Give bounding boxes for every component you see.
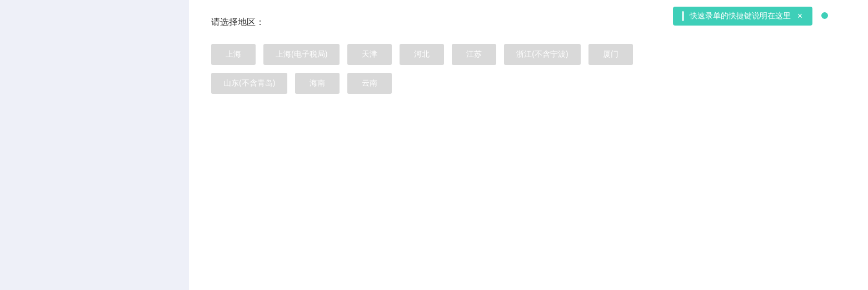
region-button[interactable]: 厦门 (588, 44, 633, 65)
region-button[interactable]: 上海 (211, 44, 256, 65)
tooltip-bar (682, 11, 684, 21)
region-button[interactable]: 山东(不含青岛) (211, 73, 287, 94)
tooltip-close-button[interactable]: × (796, 12, 804, 21)
sidebar (0, 0, 189, 290)
region-row-2: 山东(不含青岛)海南云南 (211, 73, 846, 94)
region-button[interactable]: 河北 (400, 44, 444, 65)
region-button[interactable]: 天津 (347, 44, 392, 65)
region-button[interactable]: 海南 (295, 73, 340, 94)
tooltip-dot (821, 12, 828, 19)
region-button[interactable]: 云南 (347, 73, 392, 94)
tooltip-text: 快速录单的快捷键说明在这里 (690, 11, 791, 21)
region-row-1: 上海上海(电子税局)天津河北江苏浙江(不含宁波)厦门 (211, 44, 846, 65)
region-button[interactable]: 上海(电子税局) (263, 44, 340, 65)
tooltip-banner: 快速录单的快捷键说明在这里 × (673, 7, 812, 26)
region-button[interactable]: 江苏 (452, 44, 496, 65)
main-content: 请选择地区： 上海上海(电子税局)天津河北江苏浙江(不含宁波)厦门 山东(不含青… (189, 0, 868, 290)
region-button[interactable]: 浙江(不含宁波) (504, 44, 580, 65)
